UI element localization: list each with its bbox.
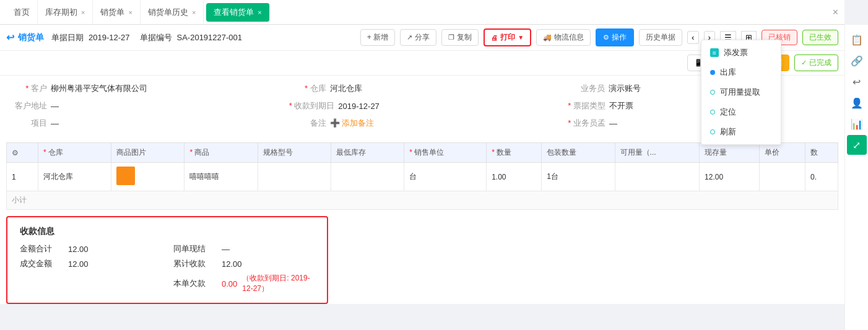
payment-title: 收款信息 — [20, 226, 315, 237]
sidebar-clipboard-icon[interactable]: 📋 — [847, 30, 867, 50]
total-label: 金额合计 — [20, 243, 63, 254]
project-value: — — [51, 119, 59, 128]
address-field: 客户地址 — — [10, 100, 277, 111]
subtotal-row: 小计 — [7, 191, 838, 210]
settlement-value: — — [222, 245, 230, 254]
note-label: 备注 — [289, 118, 326, 129]
product-image — [116, 167, 135, 185]
sidebar-link-icon[interactable]: 🔗 — [847, 51, 867, 71]
th-pack-qty: 包装数量 — [542, 143, 615, 163]
td-unit: 台 — [404, 163, 487, 191]
address-value: — — [51, 102, 59, 111]
doc-meta: 单据日期 2019-12-27 单据编号 SA-20191227-001 — [51, 32, 242, 43]
toolbar-left: ↩ 销货单 单据日期 2019-12-27 单据编号 SA-20191227-0… — [6, 32, 242, 43]
td-num: 1 — [7, 163, 38, 191]
menu-available-label: 可用量提取 — [720, 87, 760, 98]
staff-value: 演示账号 — [609, 83, 641, 94]
effect-badge: 已生效 — [802, 30, 838, 45]
tab-home[interactable]: 首页 — [6, 0, 38, 25]
tab-sales-label: 销货单 — [100, 7, 124, 18]
tab-sales-history[interactable]: 销货单历史 × — [141, 0, 204, 25]
menu-add-invoice-label: 添发票 — [724, 47, 748, 58]
print-button[interactable]: 🖨 打印 ▼ — [484, 28, 531, 46]
sidebar-expand-icon[interactable]: ⤢ — [847, 135, 867, 155]
due-date-label: 收款到期日 — [289, 100, 335, 111]
locate-icon — [710, 110, 715, 115]
product-table: ⚙ 仓库 商品图片 商品 规格型号 最低库存 销售单位 数量 包装数量 可用量（… — [6, 142, 838, 210]
refresh-icon — [710, 129, 715, 134]
ticket-label: 票据类型 — [568, 100, 605, 111]
th-available: 可用量（... — [615, 143, 700, 163]
debt-label: 本单欠款 — [173, 278, 217, 289]
menu-available-extract[interactable]: 可用量提取 — [701, 82, 781, 102]
doc-type: ↩ 销货单 — [6, 32, 44, 43]
complete-button[interactable]: ✓ 已完成 — [794, 54, 838, 71]
td-warehouse: 河北仓库 — [38, 163, 111, 191]
th-settings[interactable]: ⚙ — [7, 143, 38, 163]
customer-label: 客户 — [10, 83, 47, 94]
menu-locate-label: 定位 — [720, 106, 736, 118]
tab-inventory-close[interactable]: × — [81, 9, 85, 16]
tab-bar-close-icon[interactable]: × — [833, 7, 838, 18]
share-button[interactable]: ↗ 分享 — [400, 29, 436, 46]
new-button[interactable]: + 新增 — [360, 29, 395, 46]
project-field: 项目 — — [10, 118, 277, 129]
td-price — [759, 163, 805, 191]
total-value: 12.00 — [68, 245, 89, 254]
th-qty: 数量 — [487, 143, 542, 163]
transaction-row: 成交金额 12.00 — [20, 258, 161, 269]
prev-button[interactable]: ‹ — [687, 31, 698, 44]
th-image: 商品图片 — [111, 143, 184, 163]
table-wrapper: ⚙ 仓库 商品图片 商品 规格型号 最低库存 销售单位 数量 包装数量 可用量（… — [0, 142, 844, 210]
total-row: 金额合计 12.00 — [20, 243, 161, 254]
project-label: 项目 — [10, 118, 47, 129]
tab-inventory-init[interactable]: 库存期初 × — [38, 0, 93, 25]
staff2-value: — — [609, 119, 617, 128]
accumulated-label: 累计收款 — [173, 258, 217, 269]
th-warehouse: 仓库 — [38, 143, 111, 163]
td-other: 0. — [805, 163, 838, 191]
history-button[interactable]: 历史单据 — [639, 29, 682, 46]
dropdown-menu: ≡ 添发票 出库 可用量提取 定位 刷新 — [701, 40, 781, 145]
customer-field: 客户 柳州粤港平安气体有限公司 — [10, 83, 277, 94]
available-extract-icon — [710, 90, 715, 95]
td-stock: 12.00 — [700, 163, 759, 191]
th-min-stock: 最低库存 — [331, 143, 404, 163]
menu-outbound[interactable]: 出库 — [701, 63, 781, 82]
add-note-button[interactable]: ➕ 添加备注 — [330, 118, 375, 129]
ticket-value: 不开票 — [609, 100, 633, 111]
tab-bar: 首页 库存期初 × 销货单 × 销货单历史 × 查看销货单 × × — [0, 0, 844, 25]
tab-sales-close[interactable]: × — [128, 9, 132, 16]
tab-sales-order[interactable]: 销货单 × — [93, 0, 140, 25]
accumulated-value: 12.00 — [222, 259, 242, 269]
transaction-value: 12.00 — [68, 259, 89, 269]
tab-history-close[interactable]: × — [192, 9, 196, 16]
tab-view-sales[interactable]: 查看销货单 × — [206, 3, 269, 22]
debt-row: 本单欠款 0.00 （收款到期日: 2019-12-27） — [173, 273, 315, 294]
sidebar-return-icon[interactable]: ↩ — [847, 72, 867, 92]
transaction-label: 成交金额 — [20, 258, 63, 269]
td-image — [111, 163, 184, 191]
td-qty: 1.00 — [487, 163, 542, 191]
debt-note: （收款到期日: 2019-12-27） — [242, 273, 315, 294]
warehouse-label: 仓库 — [289, 83, 326, 94]
tab-view-label: 查看销货单 — [214, 7, 254, 18]
operate-button[interactable]: ⚙ 操作 — [596, 28, 634, 46]
menu-refresh[interactable]: 刷新 — [701, 122, 781, 142]
gear-icon: ⚙ — [12, 149, 19, 157]
add-invoice-icon: ≡ — [710, 48, 719, 57]
sidebar-chart-icon[interactable]: 📊 — [847, 114, 867, 134]
td-spec — [258, 163, 331, 191]
staff2-label: 业务员孟 — [568, 118, 605, 129]
sidebar-user-icon[interactable]: 👤 — [847, 93, 867, 113]
tab-view-close[interactable]: × — [258, 9, 261, 16]
due-date-field: 收款到期日 2019-12-27 — [289, 100, 556, 111]
menu-locate[interactable]: 定位 — [701, 102, 781, 122]
menu-outbound-label: 出库 — [720, 67, 736, 78]
copy-button[interactable]: ❐ 复制 — [441, 29, 479, 46]
th-price: 单价 — [759, 143, 805, 163]
menu-add-invoice[interactable]: ≡ 添发票 — [701, 43, 781, 63]
tab-inventory-label: 库存期初 — [45, 7, 77, 18]
settlement-row: 同单现结 — — [173, 243, 315, 254]
logistics-button[interactable]: 🚚 物流信息 — [536, 29, 591, 46]
